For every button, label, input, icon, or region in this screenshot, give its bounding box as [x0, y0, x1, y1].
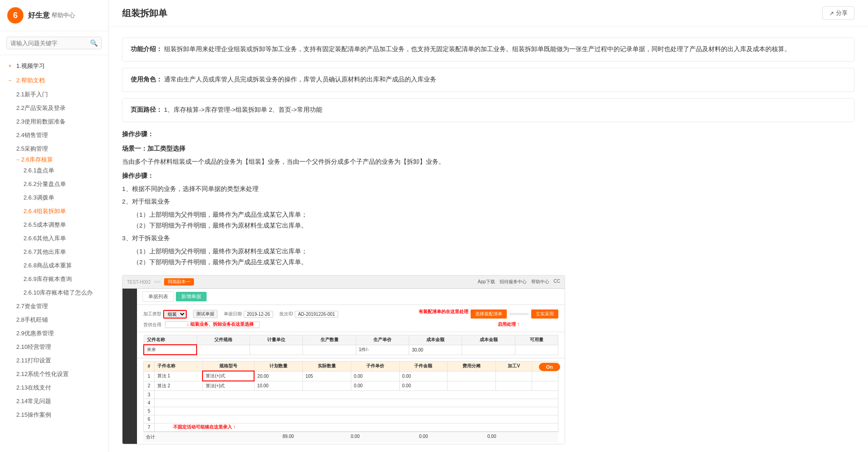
mock-child-row-4: 4: [144, 399, 558, 407]
nav-label-2: 2.帮助文档: [16, 76, 45, 85]
path-block: 页面路径： 1、库存核算->库存管理->组装拆卸单 2、首页->常用功能: [122, 98, 854, 122]
mock-child-row-1: 1 算法 1 算法(+)式 20.00 105 0.00 0.00: [144, 371, 558, 381]
mock-form-doc-name: 测试单据: [193, 310, 217, 318]
sidebar: 6 好生意 帮助中心 🔍 + 1.视频学习 − 2.帮助文档 2.1新手入门 2: [0, 0, 108, 452]
mock-th-unit: 计量单位: [250, 335, 303, 345]
role-label: 使用角色：: [131, 76, 162, 83]
sidebar-item-2-1[interactable]: 2.1新手入门: [16, 88, 108, 101]
role-block: 使用角色： 通常由生产人员或库管人员完成拆装业务的操作，库管人员确认原材料的出库…: [122, 68, 854, 92]
intro-label: 功能介绍：: [131, 46, 162, 52]
sidebar-item-2-9[interactable]: 2.9优惠券管理: [16, 327, 108, 340]
share-icon: ↗: [829, 10, 834, 17]
intro-block: 功能介绍： 组装拆卸单用来处理企业组装或拆卸等加工业务，支持有固定装配清单的产品…: [122, 38, 854, 62]
mock-th-avail: 可用量: [515, 335, 558, 345]
mock-form-type-label: 加工类型: [143, 311, 161, 317]
sidebar-item-2-6-7[interactable]: 2.6.7其他出库单: [24, 245, 108, 259]
mock-nav-app: App下载: [478, 279, 495, 285]
mock-nav-help: 帮助中心: [531, 279, 549, 285]
sidebar-item-2-6-2[interactable]: 2.6.2分量盘点单: [24, 177, 108, 191]
mock-form-type-select[interactable]: 组装 拆卸: [163, 310, 187, 319]
nav-group-1: + 1.视频学习: [0, 59, 108, 73]
nav-label-2-6: 2.6库存核算: [21, 156, 53, 164]
search-input[interactable]: [10, 40, 90, 47]
sidebar-item-2[interactable]: − 2.帮助文档: [0, 73, 108, 88]
mock-nav-service: 招待服务中心: [500, 279, 527, 285]
search-area: 🔍: [0, 31, 108, 55]
mock-th-qty: 生产数量: [303, 335, 356, 345]
ops-steps-title: 操作步骤：: [122, 172, 854, 180]
role-text: 通常由生产人员或库管人员完成拆装业务的操作，库管人员确认原材料的出库和产成品的入…: [164, 76, 436, 83]
sidebar-item-2-6-1[interactable]: 2.6.1盘点单: [24, 164, 108, 177]
mock-nav-cc: CC: [554, 279, 560, 285]
sidebar-item-2-6[interactable]: − 2.6库存核算: [16, 156, 108, 164]
mock-date-value: 2019-12-26: [244, 311, 273, 318]
search-icon: 🔍: [90, 39, 98, 47]
mock-annotation-list: 有装配清单的在这里处理 ←: [419, 309, 474, 315]
path-label: 页面路径：: [131, 106, 162, 113]
sidebar-item-2-15[interactable]: 2.15操作案例: [16, 408, 108, 422]
mock-tab-list[interactable]: 单据列表: [142, 291, 174, 302]
sidebar-item-2-3[interactable]: 2.3使用前数据准备: [16, 115, 108, 128]
mock-supply-label: 货供合用: [143, 322, 161, 328]
mock-select-list-btn[interactable]: 选择装配清单: [471, 309, 507, 319]
step3: 3、对于拆装业务: [122, 233, 854, 244]
sidebar-item-2-6-5[interactable]: 2.6.5成本调整单: [24, 218, 108, 232]
step2-1: （1）上部明细为父件明细，最终作为产成品生成某它入库单；: [122, 209, 854, 220]
mock-copy-btn[interactable]: 同期副本一: [164, 278, 194, 285]
mock-child-row-2: 2 算法 2 算法(+)式 10.00 0.00 0.00: [144, 381, 558, 391]
mock-supply-field: [509, 313, 528, 315]
path-text: 1、库存核算->库存管理->组装拆卸单 2、首页->常用功能: [164, 106, 322, 113]
page-title: 组装拆卸单: [122, 7, 167, 19]
mock-child-row-5: 5: [144, 407, 558, 415]
sidebar-item-2-12[interactable]: 2.12系统个性化设置: [16, 367, 108, 381]
sidebar-item-2-11[interactable]: 2.11打印设置: [16, 354, 108, 367]
search-box[interactable]: 🔍: [6, 37, 102, 49]
mock-confirm-btn[interactable]: 立实采用: [531, 309, 558, 319]
mock-annotation-type: ↓ 组装业务、拆卸业务在这里选择: [187, 321, 254, 328]
mock-th-cost1: 成本金额: [409, 335, 462, 345]
sidebar-item-2-6-9[interactable]: 2.6.9库存账本查询: [24, 272, 108, 286]
nav-sub-2: 2.1新手入门 2.2产品安装及登录 2.3使用前数据准备 2.4销售管理 2.…: [0, 88, 108, 422]
mock-child-row-6: 6: [144, 415, 558, 423]
mock-tab-new[interactable]: 新增单据: [176, 292, 207, 301]
step2: 2、对于组装业务: [122, 196, 854, 207]
sidebar-item-2-6-10[interactable]: 2.6.10库存账本错了怎么办: [24, 286, 108, 300]
sidebar-item-2-14[interactable]: 2.14常见问题: [16, 395, 108, 408]
ops-title: 操作步骤：: [122, 130, 854, 138]
mock-on-toggle[interactable]: On: [539, 363, 560, 371]
sidebar-item-2-5[interactable]: 2.5采购管理: [16, 142, 108, 156]
sidebar-item-2-4[interactable]: 2.4销售管理: [16, 128, 108, 142]
mock-status: [154, 281, 160, 283]
nav-sub-2-6: 2.6.1盘点单 2.6.2分量盘点单 2.6.3调拨单 2.6.4组装拆卸单 …: [16, 164, 108, 300]
mock-th-spec: 父件规格: [197, 335, 250, 345]
sidebar-item-2-8[interactable]: 2.8手机旺铺: [16, 313, 108, 327]
logo-brand: 好生意: [28, 11, 50, 20]
sidebar-item-2-13[interactable]: 2.13在线支付: [16, 381, 108, 395]
mock-batch-label: 批次ID: [279, 311, 293, 317]
nav-label-1: 1.视频学习: [16, 62, 45, 70]
main-content: 组装拆卸单 ↗ 分享 功能介绍： 组装拆卸单用来处理企业组装或拆卸等加工业务，支…: [108, 0, 868, 452]
sidebar-item-2-6-8[interactable]: 2.6.8商品成本重算: [24, 259, 108, 272]
step3-1: （1）上部明细为父件明细，最终作为原材料生成某它出库单；: [122, 246, 854, 257]
mock-batch-value: AD-20191226-001: [295, 311, 338, 318]
expand-icon-1: +: [6, 62, 14, 70]
sidebar-item-2-7[interactable]: 2.7资金管理: [16, 300, 108, 313]
expand-icon-2-6: −: [16, 157, 19, 163]
nav-group-2: − 2.帮助文档 2.1新手入门 2.2产品安装及登录 2.3使用前数据准备 2…: [0, 73, 108, 422]
mock-th-price: 生产单价: [356, 335, 409, 345]
share-button[interactable]: ↗ 分享: [822, 6, 854, 20]
sidebar-item-2-6-6[interactable]: 2.6.6其他入库单: [24, 232, 108, 245]
scene1-desc: 当由多个子件材料组装成一个成品的业务为【组装】业务，当由一个父件拆分成多个子产品…: [122, 157, 854, 167]
sidebar-item-2-6-4[interactable]: 2.6.4组装拆卸单: [24, 205, 108, 218]
sidebar-item-1[interactable]: + 1.视频学习: [0, 59, 108, 73]
scene1-title: 场景一：加工类型选择: [122, 145, 854, 153]
logo-area: 6 好生意 帮助中心: [0, 0, 108, 31]
sidebar-item-2-10[interactable]: 2.10经营管理: [16, 340, 108, 354]
mock-annotation-enable: 启用处理 ↑: [498, 321, 519, 328]
sidebar-item-2-6-3[interactable]: 2.6.3调拨单: [24, 191, 108, 205]
mock-parent-name: 米米: [144, 345, 197, 355]
step2-2: （2）下部明细为子件明细，最终作为原材料生成某它出库单。: [122, 220, 854, 231]
sidebar-item-2-2[interactable]: 2.2产品安装及登录: [16, 101, 108, 115]
mock-child-row-3: 3: [144, 391, 558, 399]
mock-id: TEST-H002: [127, 280, 151, 285]
